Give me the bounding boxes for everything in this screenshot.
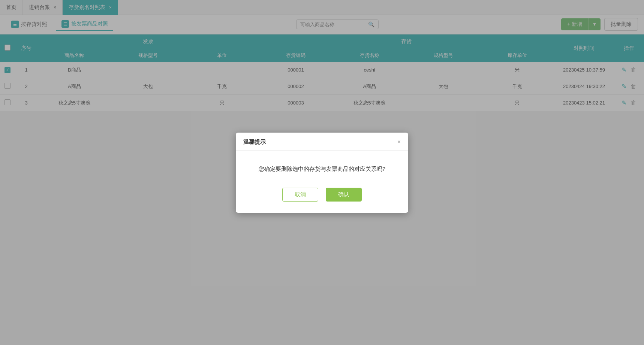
btn-cancel[interactable]: 取消	[282, 188, 318, 202]
btn-cancel-label: 取消	[295, 191, 306, 197]
modal-body: 您确定要删除选中的存货与发票商品的对应关系吗?	[236, 151, 408, 184]
modal-footer: 取消 确认	[236, 184, 408, 213]
modal-overlay: 温馨提示 × 您确定要删除选中的存货与发票商品的对应关系吗? 取消 确认	[0, 0, 644, 345]
modal-title: 温馨提示	[243, 139, 266, 146]
modal-close-button[interactable]: ×	[397, 139, 401, 145]
btn-confirm[interactable]: 确认	[326, 188, 362, 202]
confirm-modal: 温馨提示 × 您确定要删除选中的存货与发票商品的对应关系吗? 取消 确认	[236, 133, 408, 213]
modal-header: 温馨提示 ×	[236, 133, 408, 151]
modal-message: 您确定要删除选中的存货与发票商品的对应关系吗?	[259, 166, 385, 172]
btn-confirm-label: 确认	[338, 191, 349, 197]
